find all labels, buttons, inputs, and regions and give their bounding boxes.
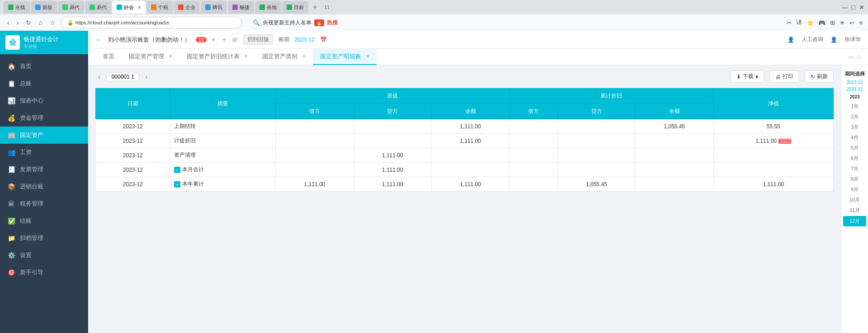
next-page-button[interactable]: ›	[143, 72, 151, 81]
search-area: 🔍 央视更新主持人名单 🔥 热搜	[253, 19, 338, 27]
game-icon[interactable]: 🎮	[818, 19, 826, 26]
maximize-pane-icon[interactable]: □	[858, 54, 861, 60]
sidebar-item-归档管理[interactable]: 📁归档管理	[0, 230, 88, 247]
maximize-button[interactable]: □	[852, 4, 855, 11]
help-btn[interactable]: 人工咨询	[802, 36, 823, 43]
scissors-icon[interactable]: ✂	[787, 19, 792, 26]
month-8月[interactable]: 8月	[841, 174, 868, 184]
period-date-1[interactable]: 2023.12	[841, 86, 868, 93]
sidebar-item-发票管理[interactable]: 🧾发票管理	[0, 161, 88, 178]
print-button[interactable]: 🖨 打印	[769, 70, 799, 83]
month-10月[interactable]: 10月	[841, 195, 868, 205]
browser-tab[interactable]: 企业	[174, 1, 200, 14]
browser-tab[interactable]: 易代	[58, 1, 84, 14]
home-button[interactable]: ⌂	[37, 18, 44, 27]
nav-icon: 🎯	[7, 268, 15, 277]
page-tab-固定资产管理[interactable]: 固定资产管理✕	[122, 49, 179, 65]
user-name: 徐译华	[844, 36, 861, 43]
month-1月[interactable]: 1月	[841, 101, 868, 112]
nav-label: 归档管理	[20, 234, 43, 242]
nav-label: 新手引导	[20, 268, 43, 277]
sidebar: 会 畅捷通好会计 专业版 🏠首页📋总账📊报表中心💰资金管理🏢固定资产👥工资🧾发票…	[0, 31, 88, 333]
sidebar-item-固定资产[interactable]: 🏢固定资产	[0, 127, 88, 144]
month-7月[interactable]: 7月	[841, 164, 868, 174]
cell-accum-balance	[636, 177, 713, 192]
browser-tab[interactable]: 易代	[85, 1, 111, 14]
month-4月[interactable]: 4月	[841, 132, 868, 143]
browser-tab[interactable]: 好会✕	[112, 1, 146, 14]
month-9月[interactable]: 9月	[841, 184, 868, 195]
sidebar-item-总账[interactable]: 📋总账	[0, 75, 88, 92]
cell-accum-credit	[557, 119, 635, 134]
sidebar-item-设置[interactable]: ⚙️设置	[0, 247, 88, 264]
brightness-icon[interactable]: ☀	[840, 19, 845, 26]
translate-icon[interactable]: 译	[796, 19, 802, 27]
reload-button[interactable]: ↻	[24, 18, 33, 27]
month-2月[interactable]: 2月	[841, 112, 868, 122]
th-orig-debit: 借方	[276, 104, 354, 119]
page-tab-首页[interactable]: 首页	[95, 49, 122, 65]
sidebar-item-首页[interactable]: 🏠首页	[0, 58, 88, 75]
cell-accum-debit	[509, 163, 558, 177]
browser-tab[interactable]: 在线	[4, 1, 30, 14]
sidebar-logo[interactable]: 会 畅捷通好会计 专业版	[0, 31, 88, 54]
bookmark-button[interactable]: ☆	[48, 18, 57, 27]
month-12月[interactable]: 12月	[843, 216, 866, 226]
cell-orig-debit	[276, 163, 354, 177]
browser-tab[interactable]: 各地	[255, 1, 281, 14]
browser-tab[interactable]: 新版	[31, 1, 57, 14]
hot-search-badge[interactable]: 🔥	[314, 19, 324, 26]
page-tab-固定资产折旧统计表[interactable]: 固定资产折旧统计表✕	[179, 49, 255, 65]
cell-orig-balance: 1,111.00	[431, 134, 509, 148]
nav-label: 发票管理	[20, 165, 43, 174]
browser-tab[interactable]: 畅捷	[228, 1, 254, 14]
month-11月[interactable]: 11月	[841, 205, 868, 216]
star-icon[interactable]: ⭐	[807, 19, 814, 26]
add-account-button[interactable]: +	[222, 36, 226, 44]
period-value[interactable]: 2023-12	[295, 37, 315, 43]
refresh-button[interactable]: ↻ 刷新	[805, 70, 834, 83]
menu-icon[interactable]: ≡	[859, 19, 863, 26]
sidebar-item-新手引导[interactable]: 🎯新手引导	[0, 264, 88, 281]
page-code[interactable]: 000001 1	[107, 72, 139, 81]
download-button[interactable]: ⬇ 下载 ▾	[731, 70, 764, 83]
th-accum-debit: 借方	[509, 104, 558, 119]
browser-tab[interactable]: 个税	[146, 1, 173, 14]
nav-icon: 📋	[7, 80, 15, 88]
close-button[interactable]: ✕	[859, 4, 864, 11]
prev-page-button[interactable]: ‹	[95, 72, 103, 81]
forward-button[interactable]: ›	[15, 18, 21, 27]
sidebar-item-资金管理[interactable]: 💰资金管理	[0, 109, 88, 127]
app-header: ← 刘小艳演示账套（勿删勿动！） 11 ▾ + ⚙ 切到旧版 账期 2023-1…	[88, 31, 868, 49]
month-6月[interactable]: 6月	[841, 153, 868, 164]
back-button[interactable]: ‹	[5, 18, 11, 27]
sidebar-item-进销台账[interactable]: 📦进销台账	[0, 178, 88, 195]
undo-icon[interactable]: ↩	[849, 19, 854, 26]
calendar-icon[interactable]: 📅	[320, 37, 327, 43]
browser-tab[interactable]: 目前	[282, 1, 308, 14]
minimize-button[interactable]: —	[842, 4, 848, 11]
grid-icon[interactable]: ⊞	[830, 19, 835, 26]
page-tab-固定资产类别[interactable]: 固定资产类别✕	[255, 49, 313, 65]
month-5月[interactable]: 5月	[841, 143, 868, 153]
dropdown-icon[interactable]: ▾	[212, 37, 215, 43]
settings-icon[interactable]: ⚙	[232, 36, 238, 43]
cell-accum-debit	[509, 148, 558, 163]
period-label: 账期	[278, 36, 289, 43]
back-nav-icon[interactable]: ←	[95, 36, 103, 44]
browser-tab[interactable]: 腾讯	[201, 1, 227, 14]
sidebar-item-工资[interactable]: 👥工资	[0, 144, 88, 161]
sidebar-item-结账[interactable]: ✅结账	[0, 212, 88, 230]
address-input[interactable]: 🔒 https://cloud.chanjet.com/accounting/u…	[61, 17, 242, 28]
period-date-0[interactable]: 2023.12	[841, 79, 868, 86]
page-tab-固定资产明细账[interactable]: 固定资产明细账✕	[313, 49, 377, 65]
nav-label: 首页	[20, 62, 32, 70]
new-tab-button[interactable]: +	[309, 3, 321, 11]
cell-accum-balance	[636, 163, 713, 177]
month-3月[interactable]: 3月	[841, 122, 868, 132]
minimize-pane-icon[interactable]: —	[849, 54, 854, 60]
switch-version-btn[interactable]: 切到旧版	[243, 34, 273, 45]
user-avatar: 👤	[830, 37, 837, 43]
sidebar-item-税务管理[interactable]: 🏛税务管理	[0, 195, 88, 212]
sidebar-item-报表中心[interactable]: 📊报表中心	[0, 92, 88, 109]
